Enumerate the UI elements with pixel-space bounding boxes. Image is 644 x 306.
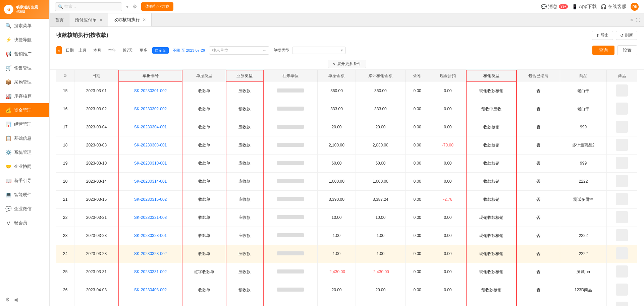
th-bill-type[interactable]: 单据类型 [182, 70, 226, 82]
collapse-sidebar-icon[interactable]: ◀ [14, 297, 18, 303]
user-area[interactable]: Rit [631, 3, 639, 11]
tab-writeoff-close[interactable]: ✕ [143, 17, 146, 22]
sidebar-item-operations[interactable]: 📊 经营管理 [0, 117, 49, 131]
sidebar-item-search[interactable]: 🔍 搜索菜单 [0, 19, 49, 33]
refresh-button[interactable]: ↺ 刷新 [616, 31, 637, 40]
setting-button[interactable]: 设置 [617, 45, 637, 55]
th-writeoff-type[interactable]: 核销类型 [466, 70, 516, 82]
date-this-month-btn[interactable]: 本月 [91, 47, 103, 54]
cell-bill-no[interactable]: SK-20230408-001 [119, 299, 182, 306]
sidebar-item-marketing[interactable]: 📢 营销推广 [0, 47, 49, 61]
tab-close-icon[interactable]: ✕ [630, 18, 633, 22]
tab-prepay[interactable]: 预付应付单 ✕ [69, 13, 108, 26]
sidebar-item-vip[interactable]: V 畅会员 [0, 216, 49, 230]
cell-bill-no[interactable]: SK-20230315-002 [119, 190, 182, 208]
quicknav-icon: ⚡ [5, 37, 11, 43]
notification-label: 消息 [548, 4, 557, 10]
date-this-year-btn[interactable]: 本年 [106, 47, 118, 54]
cell-balance: 0.00 [405, 245, 429, 263]
sidebar-item-quicknav[interactable]: ⚡ 快捷导航 [0, 33, 49, 47]
date-prev-month-btn[interactable]: 上月 [76, 47, 89, 54]
cell-bill-no[interactable]: SK-20230321-003 [119, 208, 182, 227]
th-goods1[interactable]: 商品 [560, 70, 606, 82]
cell-bill-no[interactable]: SK-20230403-002 [119, 281, 182, 299]
sidebar-item-system[interactable]: ⚙️ 系统管理 [0, 145, 49, 160]
bill-no-link[interactable]: SK-20230310-001 [134, 161, 167, 166]
partner-filter-input[interactable]: 往来单位 ··· [209, 46, 269, 55]
cell-bill-no[interactable]: SK-20230310-001 [119, 154, 182, 172]
tab-home[interactable]: 首页 [50, 13, 69, 26]
th-included[interactable]: 包含已结清 [517, 70, 560, 82]
app-download-area[interactable]: 📱 App下载 [572, 4, 597, 10]
sidebar-item-enterprise[interactable]: 🤝 企业协同 [0, 160, 49, 174]
date-more-btn[interactable]: 更多 [138, 47, 150, 54]
table-header-row: ⚙ 日期 单据编号 单据类型 业务类型 往来单位 单据金额 累计核销金额 余额 … [56, 70, 637, 82]
sidebar-item-sales[interactable]: 🛒 销售管理 [0, 61, 49, 75]
cell-bill-no[interactable]: SK-20230302-002 [119, 100, 182, 118]
th-partner[interactable]: 往来单位 [263, 70, 317, 82]
th-discount[interactable]: 现金折扣 [429, 70, 466, 82]
bill-no-link[interactable]: SK-20230301-002 [134, 88, 167, 93]
th-bill-no[interactable]: 单据编号 [119, 70, 182, 82]
th-cumulative[interactable]: 累计核销金额 [356, 70, 405, 82]
cell-no: 26 [56, 281, 74, 299]
industry-solution-button[interactable]: 体验行业方案 [141, 2, 173, 11]
sidebar-item-inventory[interactable]: 🏭 库存核算 [0, 89, 49, 103]
table-row: 202023-03-14SK-20230314-001收款单应收款1,000.0… [56, 172, 637, 190]
export-button[interactable]: ⬆ 导出 [592, 31, 613, 40]
th-date[interactable]: 日期 [74, 70, 119, 82]
cell-bill-no[interactable]: SK-20230308-001 [119, 136, 182, 154]
bill-no-link[interactable]: SK-20230321-003 [134, 215, 167, 220]
bill-no-link[interactable]: SK-20230302-002 [134, 107, 167, 111]
query-button[interactable]: 查询 [592, 46, 614, 55]
sidebar-item-guide[interactable]: 📖 新手引导 [0, 174, 49, 188]
sidebar-item-hardware[interactable]: 💻 智能硬件 [0, 188, 49, 202]
goods-thumbnail [616, 175, 628, 187]
date-custom-btn[interactable]: 自定义 [152, 47, 169, 54]
cell-writeoff-type: 收款核销 [466, 172, 516, 190]
date-7days-btn[interactable]: 近7天 [121, 47, 135, 54]
sidebar-item-finance[interactable]: 💰 资金管理 [0, 103, 49, 117]
bill-no-link[interactable]: SK-20230328-001 [134, 233, 167, 238]
th-goods2[interactable]: 商品 [607, 70, 637, 82]
cell-bill-no[interactable]: SK-20230314-001 [119, 172, 182, 190]
cell-goods2 [607, 227, 637, 245]
th-settings[interactable]: ⚙ [56, 70, 74, 82]
filter-collapse-btn[interactable]: » [56, 46, 62, 54]
bill-no-link[interactable]: SK-20230304-001 [134, 125, 167, 129]
bill-type-select[interactable]: ▾ [292, 47, 346, 54]
tab-writeoff[interactable]: 收款核销执行 ✕ [108, 13, 152, 26]
th-amount[interactable]: 单据金额 [317, 70, 356, 82]
cell-bill-no[interactable]: SK-20230328-002 [119, 245, 182, 263]
column-settings-icon[interactable]: ⚙ [63, 73, 67, 78]
bill-no-link[interactable]: SK-20230315-002 [134, 197, 167, 202]
tab-prepay-close[interactable]: ✕ [99, 18, 103, 22]
cell-date: 2023-03-28 [74, 227, 119, 245]
bill-no-link[interactable]: SK-20230314-001 [134, 179, 167, 184]
cell-biz-type: 应收款 [226, 118, 263, 136]
sidebar-item-purchase[interactable]: 📦 采购管理 [0, 75, 49, 89]
settings-top-icon[interactable]: ⚙ [132, 3, 137, 10]
cell-bill-no[interactable]: SK-20230328-001 [119, 227, 182, 245]
bill-no-link[interactable]: SK-20230331-002 [134, 269, 167, 274]
cell-bill-no[interactable]: SK-20230304-001 [119, 118, 182, 136]
expand-more-btn[interactable]: ∨ 展开更多条件 [328, 60, 366, 68]
cell-bill-no[interactable]: SK-20230331-002 [119, 263, 182, 281]
date-range-display: 不限 至 2023-07-26 [173, 48, 205, 53]
filter-actions: 查询 设置 [592, 45, 637, 55]
goods-thumbnail [616, 302, 628, 306]
th-biz-type[interactable]: 业务类型 [226, 70, 263, 82]
bill-no-link[interactable]: SK-20230403-002 [134, 288, 167, 292]
online-service-area[interactable]: 🎧 在线客服 [601, 4, 627, 10]
cell-bill-no[interactable]: SK-20230301-002 [119, 82, 182, 100]
settings-bottom-icon[interactable]: ⚙ [5, 297, 10, 303]
bill-no-link[interactable]: SK-20230328-002 [134, 251, 167, 256]
notification-area[interactable]: 💬 消息 99+ [541, 4, 568, 10]
bill-no-link[interactable]: SK-20230308-001 [134, 143, 167, 147]
global-search-input[interactable]: 🔍 搜索... [55, 2, 122, 11]
sidebar-item-basic-info[interactable]: 📋 基础信息 [0, 131, 49, 145]
th-balance[interactable]: 余额 [405, 70, 429, 82]
sidebar-item-wechat[interactable]: 💬 企业微信 [0, 202, 49, 216]
tab-expand-icon[interactable]: ⛶ [636, 18, 640, 22]
dropdown-chevron-icon[interactable]: ▾ [126, 4, 128, 9]
